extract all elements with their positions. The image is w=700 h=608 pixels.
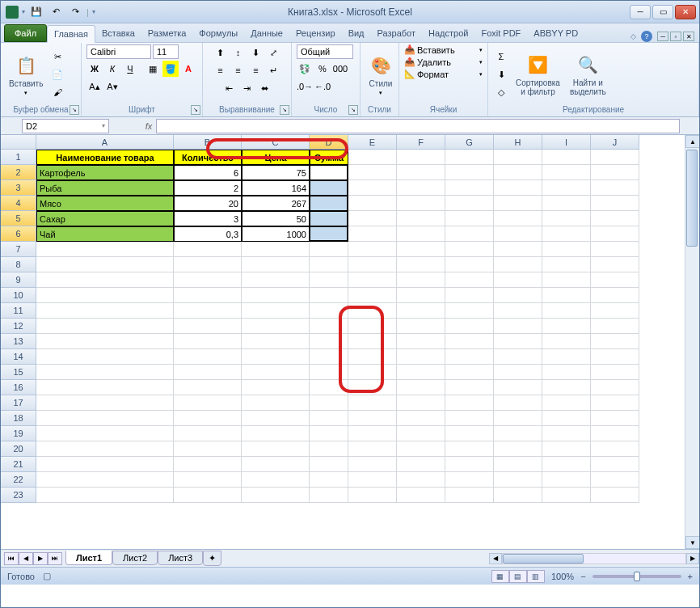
row-header-23[interactable]: 23 (1, 488, 36, 503)
row-header-13[interactable]: 13 (1, 334, 36, 349)
cell-F18[interactable] (397, 411, 445, 426)
number-launcher[interactable]: ↘ (348, 105, 358, 115)
cell-J14[interactable] (591, 349, 639, 365)
cell-D3[interactable] (310, 180, 348, 196)
ribbon-tab-данные[interactable]: Данные (244, 25, 289, 42)
format-painter-button[interactable]: 🖌 (49, 84, 65, 100)
cell-B14[interactable] (174, 349, 242, 365)
cell-A10[interactable] (36, 288, 174, 303)
cell-I8[interactable] (542, 257, 591, 272)
cell-I5[interactable] (542, 211, 591, 226)
indent-inc-button[interactable]: ⇥ (239, 80, 255, 96)
cell-J5[interactable] (591, 211, 639, 226)
cell-F9[interactable] (397, 272, 445, 288)
fx-icon[interactable]: fx (141, 121, 156, 131)
row-header-15[interactable]: 15 (1, 365, 36, 380)
zoom-level[interactable]: 100% (551, 572, 574, 581)
cell-E15[interactable] (348, 365, 397, 380)
find-select-button[interactable]: 🔍 Найти и выделить (567, 51, 609, 98)
cell-D11[interactable] (310, 303, 348, 319)
row-header-14[interactable]: 14 (1, 349, 36, 365)
name-box[interactable]: D2 ▾ (22, 119, 109, 133)
cell-E2[interactable] (348, 165, 397, 180)
cell-B2[interactable]: 6 (174, 165, 242, 180)
cell-E8[interactable] (348, 257, 397, 272)
cell-C16[interactable] (242, 380, 310, 395)
cell-C12[interactable] (242, 319, 310, 334)
cell-G14[interactable] (445, 349, 494, 365)
spreadsheet-grid[interactable]: ABCDEFGHIJ 12345678910111213141516171819… (1, 135, 699, 549)
underline-button[interactable]: Ч (122, 61, 138, 77)
cell-D9[interactable] (310, 272, 348, 288)
paste-button[interactable]: 📋 Вставить ▾ (6, 52, 46, 98)
cell-E6[interactable] (348, 226, 397, 242)
column-header-I[interactable]: I (542, 135, 591, 150)
cell-D8[interactable] (310, 257, 348, 272)
cell-I17[interactable] (542, 395, 591, 411)
scroll-down-icon[interactable]: ▼ (685, 536, 699, 549)
minimize-button[interactable]: ─ (630, 5, 651, 19)
column-header-H[interactable]: H (494, 135, 542, 150)
cell-B21[interactable] (174, 457, 242, 472)
cell-B10[interactable] (174, 288, 242, 303)
cell-G2[interactable] (445, 165, 494, 180)
align-bottom-button[interactable]: ⬇ (248, 44, 264, 61)
orientation-button[interactable]: ⤢ (266, 44, 282, 61)
cell-C11[interactable] (242, 303, 310, 319)
minimize-ribbon-icon[interactable]: ◇ (630, 32, 636, 40)
cell-H5[interactable] (494, 211, 542, 226)
cell-B7[interactable] (174, 242, 242, 257)
macro-record-icon[interactable]: ▢ (43, 571, 51, 581)
cell-I15[interactable] (542, 365, 591, 380)
cell-H15[interactable] (494, 365, 542, 380)
cell-J7[interactable] (591, 242, 639, 257)
cell-H11[interactable] (494, 303, 542, 319)
row-header-4[interactable]: 4 (1, 196, 36, 211)
cell-J10[interactable] (591, 288, 639, 303)
cell-A6[interactable]: Чай (36, 226, 174, 242)
autosum-button[interactable]: Σ (493, 49, 509, 65)
cell-B11[interactable] (174, 303, 242, 319)
row-header-8[interactable]: 8 (1, 257, 36, 272)
cell-B18[interactable] (174, 411, 242, 426)
insert-cells-button[interactable]: 📥Вставить▾ (404, 44, 483, 55)
cell-G19[interactable] (445, 426, 494, 441)
cell-J20[interactable] (591, 441, 639, 457)
cell-H22[interactable] (494, 472, 542, 488)
cell-G4[interactable] (445, 196, 494, 211)
indent-dec-button[interactable]: ⇤ (221, 80, 238, 96)
help-icon[interactable]: ? (641, 31, 652, 42)
comma-button[interactable]: 000 (332, 61, 348, 77)
wrap-text-button[interactable]: ↵ (266, 62, 282, 78)
align-right-button[interactable]: ≡ (248, 62, 264, 78)
cell-G23[interactable] (445, 488, 494, 503)
bold-button[interactable]: Ж (86, 61, 103, 77)
cell-B5[interactable]: 3 (174, 211, 242, 226)
ribbon-tab-foxit pdf[interactable]: Foxit PDF (474, 25, 527, 42)
cell-B4[interactable]: 20 (174, 196, 242, 211)
cell-A5[interactable]: Сахар (36, 211, 174, 226)
page-break-view-button[interactable]: ▥ (527, 570, 545, 583)
cell-B13[interactable] (174, 334, 242, 349)
cell-B17[interactable] (174, 395, 242, 411)
font-launcher[interactable]: ↘ (191, 105, 200, 115)
percent-button[interactable]: % (314, 61, 331, 77)
cell-D12[interactable] (310, 319, 348, 334)
cell-G15[interactable] (445, 365, 494, 380)
cell-B20[interactable] (174, 441, 242, 457)
row-header-1[interactable]: 1 (1, 150, 36, 165)
sheet-tab-Лист3[interactable]: Лист3 (158, 551, 203, 565)
doc-close-button[interactable]: ✕ (683, 32, 694, 41)
cell-D2[interactable] (310, 165, 348, 180)
row-header-17[interactable]: 17 (1, 395, 36, 411)
cell-G1[interactable] (445, 150, 494, 165)
cell-B9[interactable] (174, 272, 242, 288)
scroll-thumb[interactable] (686, 150, 698, 247)
cell-H17[interactable] (494, 395, 542, 411)
cell-F14[interactable] (397, 349, 445, 365)
cell-C13[interactable] (242, 334, 310, 349)
italic-button[interactable]: К (104, 61, 120, 77)
cell-H1[interactable] (494, 150, 542, 165)
cell-J23[interactable] (591, 488, 639, 503)
cell-C1[interactable]: Цена (242, 150, 310, 165)
